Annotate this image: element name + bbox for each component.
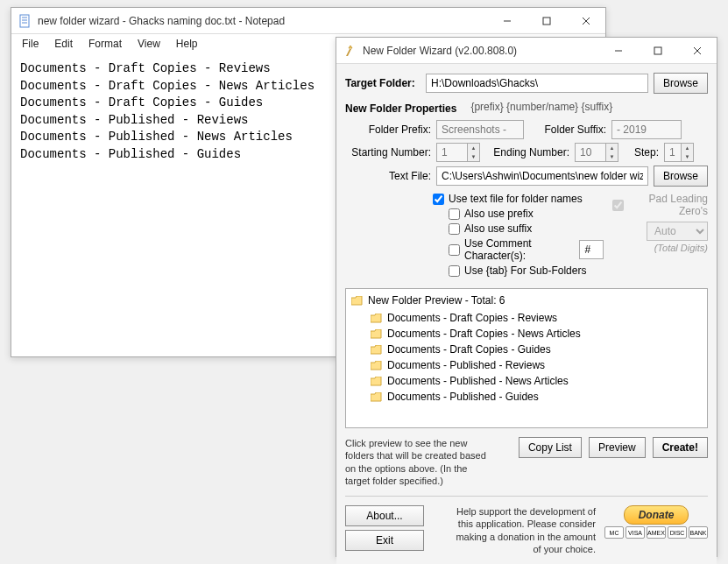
donate-button[interactable]: Donate [624,505,689,525]
spinner-icon[interactable]: ▲▼ [467,144,479,161]
folder-icon [351,296,363,306]
cb-use-textfile-label: Use text file for folder names [449,193,583,205]
cb-comment-char[interactable] [449,244,460,256]
svg-marker-9 [349,46,352,48]
folder-icon [371,392,382,402]
cb-also-prefix-label: Also use prefix [464,208,534,220]
maximize-button[interactable] [527,8,566,34]
preview-item-label: Documents - Published - News Articles [387,375,569,387]
preview-item[interactable]: Documents - Published - Guides [371,389,702,405]
preview-box: New Folder Preview - Total: 6 Documents … [345,288,708,428]
cb-tab-subfolders-label: Use {tab} For Sub-Folders [464,264,586,277]
textfile-label: Text File: [345,170,431,182]
cb-also-suffix-label: Also use suffix [464,222,532,235]
svg-rect-11 [654,47,661,54]
start-num-label: Starting Number: [345,146,431,159]
card-icon: VISA [626,526,645,539]
spinner-icon[interactable]: ▲▼ [681,144,693,161]
menu-help[interactable]: Help [169,36,205,52]
textfile-input[interactable] [436,166,648,186]
card-icon: DISC [668,526,687,539]
cb-use-textfile[interactable] [433,194,444,205]
folder-icon [371,329,382,339]
properties-title: New Folder Properties [345,102,456,115]
exit-button[interactable]: Exit [345,530,424,551]
preview-item-label: Documents - Published - Guides [387,391,539,403]
end-num-label: Ending Number: [491,146,569,159]
svg-rect-5 [543,18,550,25]
auto-select: Auto [647,222,708,241]
copy-list-button[interactable]: Copy List [519,437,582,458]
about-button[interactable]: About... [345,505,424,526]
cb-pad-zeros-label: Pad Leading Zero's [628,193,708,217]
notepad-icon [18,14,32,28]
wizard-icon [343,44,357,58]
folder-icon [371,314,382,323]
wizard-title: New Folder Wizard (v2.00.808.0) [363,45,598,57]
menu-format[interactable]: Format [81,36,129,52]
preview-item[interactable]: Documents - Published - Reviews [371,357,702,373]
browse-target-button[interactable]: Browse [654,73,708,94]
close-button[interactable] [677,38,717,64]
cb-pad-zeros [612,200,624,211]
cb-also-prefix[interactable] [449,208,460,220]
folder-icon [371,345,382,355]
menu-file[interactable]: File [15,36,46,52]
minimize-button[interactable] [487,8,527,34]
preview-help-text: Click preview to see the new folders tha… [345,437,494,487]
card-icon: BANK [689,526,708,539]
preview-item[interactable]: Documents - Draft Copies - Guides [371,342,702,357]
step-label: Step: [629,146,659,159]
folder-icon [371,361,382,370]
close-button[interactable] [566,8,605,34]
comment-char-input[interactable] [579,240,604,259]
donate-help-text: Help support the development of this app… [447,505,596,555]
prefix-label: Folder Prefix: [345,123,431,136]
preview-item[interactable]: Documents - Published - News Articles [371,373,702,389]
browse-textfile-button[interactable]: Browse [654,166,708,187]
preview-item-label: Documents - Draft Copies - Reviews [387,312,557,324]
preview-header-text: New Folder Preview - Total: 6 [368,294,505,307]
preview-button[interactable]: Preview [589,437,646,458]
folder-icon [371,377,382,386]
spinner-icon[interactable]: ▲▼ [605,144,618,161]
cb-comment-char-label: Use Comment Character(s): [464,237,575,262]
svg-rect-0 [20,15,29,27]
card-icon: AMEX [647,526,666,539]
create-button[interactable]: Create! [653,437,708,458]
preview-item-label: Documents - Draft Copies - News Articles [387,328,581,340]
properties-hint: {prefix} {number/name} {suffix} [470,101,612,113]
wizard-titlebar: New Folder Wizard (v2.00.808.0) [336,38,717,64]
notepad-title: new folder wizard - Ghacks naming doc.tx… [38,15,487,27]
preview-item[interactable]: Documents - Draft Copies - News Articles [371,326,702,342]
minimize-button[interactable] [598,38,638,64]
payment-cards: MCVISAAMEXDISCBANK [604,526,708,539]
preview-item[interactable]: Documents - Draft Copies - Reviews [371,310,702,326]
cb-also-suffix[interactable] [449,223,460,235]
total-digits-label: (Total Digits) [612,243,708,253]
maximize-button[interactable] [638,38,677,64]
suffix-label: Folder Suffix: [536,123,606,136]
cb-tab-subfolders[interactable] [449,265,460,277]
preview-item-label: Documents - Draft Copies - Guides [387,343,551,356]
menu-view[interactable]: View [131,36,167,52]
preview-item-label: Documents - Published - Reviews [387,359,545,371]
target-folder-input[interactable] [426,74,648,93]
card-icon: MC [604,526,624,539]
notepad-titlebar: new folder wizard - Ghacks naming doc.tx… [11,8,605,34]
suffix-input[interactable] [611,120,682,139]
target-folder-label: Target Folder: [345,77,421,89]
prefix-input[interactable] [436,120,524,139]
svg-marker-8 [346,49,351,56]
menu-edit[interactable]: Edit [47,36,80,52]
